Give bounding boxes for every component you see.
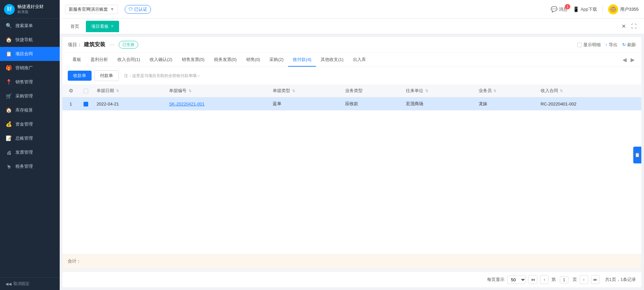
collection-bill-button[interactable]: 收款单 — [68, 71, 92, 81]
sub-tab-board-label: 看板 — [72, 57, 81, 62]
expand-button[interactable]: ⛶ — [629, 23, 639, 29]
avatar: 🐵 — [608, 4, 618, 14]
sub-tab-sales-invoice[interactable]: 销售发票(0) — [177, 53, 209, 67]
more-options-button[interactable]: ··· — [109, 42, 115, 48]
app-download-button[interactable]: 📱 App下载 — [573, 6, 597, 12]
side-action-button[interactable]: 📋 — [633, 147, 641, 163]
sub-tab-sales[interactable]: 销售(0) — [241, 53, 265, 67]
shield-icon: 🛡 — [128, 7, 133, 12]
doc-number-link[interactable]: SK-20220421-001 — [169, 101, 205, 106]
table-horizontal-scrollbar[interactable] — [62, 268, 641, 272]
tab-close-icon[interactable]: ✕ — [111, 24, 114, 28]
show-detail-label: 显示明细 — [583, 42, 601, 48]
sort-partner-icon[interactable]: ⇅ — [425, 89, 428, 93]
sidebar-item-quick[interactable]: 🏠 快捷导航 — [0, 33, 60, 47]
sidebar-item-inventory[interactable]: 🏠 库存核算 — [0, 103, 60, 117]
sub-tab-sales-label: 销售(0) — [246, 57, 260, 62]
sidebar-item-invoice[interactable]: 🖨 发票管理 — [0, 145, 60, 159]
first-page-button[interactable]: ⏮ — [529, 275, 537, 284]
show-detail-action[interactable]: 显示明细 — [577, 42, 601, 48]
sidebar-item-ledger[interactable]: 📝 总账管理 — [0, 131, 60, 145]
table-total-footer: 合计： — [62, 255, 641, 268]
sales-icon: 📍 — [5, 79, 12, 85]
sort-doc-type-icon[interactable]: ⇅ — [292, 89, 295, 93]
project-prefix: 项目： — [68, 42, 82, 47]
topbar: 新服务官网演示账套 ▼ 🛡 已认证 💬 消息 1 📱 App下载 🐵 用户335… — [60, 0, 644, 19]
per-page-select[interactable]: 50 100 200 — [507, 276, 526, 284]
sidebar-item-sales[interactable]: 📍 销售管理 — [0, 75, 60, 89]
th-salesperson-label: 业务员 — [479, 88, 492, 93]
project-selector-label: 新服务官网演示账套 — [69, 6, 108, 12]
row-checkbox[interactable] — [84, 102, 88, 106]
export-action[interactable]: ↑ 导出 — [605, 42, 618, 48]
th-doc-type: 单据类型 ⇅ — [269, 84, 341, 97]
message-button[interactable]: 💬 消息 1 — [551, 6, 568, 12]
prev-page-button[interactable]: ‹ — [540, 275, 549, 284]
certified-badge: 🛡 已认证 — [125, 5, 151, 14]
ledger-icon: 📝 — [5, 135, 12, 141]
td-date: 2022-04-21 — [93, 97, 165, 111]
last-page-button[interactable]: ⏭ — [591, 275, 600, 284]
sub-tab-purchase[interactable]: 采购(2) — [265, 53, 288, 67]
action-bar: 收款单 付款单 注：这里是与项目关联的全部收付款单哦～ — [62, 67, 641, 84]
pagination-total: 共1页，1条记录 — [605, 277, 636, 283]
close-window-button[interactable]: ✕ — [620, 23, 628, 29]
sub-tab-prev-btn[interactable]: ◀ — [621, 57, 628, 63]
sub-tab-board[interactable]: 看板 — [68, 53, 86, 67]
tab-home[interactable]: 首页 — [65, 21, 85, 32]
table-wrapper: ⚙ 单据日期 ⇅ 单据编号 ⇅ — [62, 84, 641, 255]
sort-number-icon[interactable]: ⇅ — [189, 89, 192, 93]
th-settings: ⚙ — [62, 84, 79, 97]
next-page-button[interactable]: › — [580, 275, 588, 284]
sub-tab-income-confirm[interactable]: 收入确认(2) — [145, 53, 177, 67]
table-settings-icon[interactable]: ⚙ — [69, 88, 73, 93]
app-name: 畅捷通好业财 — [17, 4, 44, 10]
sidebar-item-marketing[interactable]: 🎁 营销推广 — [0, 61, 60, 75]
sort-salesperson-icon[interactable]: ⇅ — [493, 89, 496, 93]
sidebar-item-tax[interactable]: 🖱 税务管理 — [0, 159, 60, 173]
page-number: 1 — [560, 276, 568, 283]
project-selector[interactable]: 新服务官网演示账套 ▼ — [65, 5, 118, 14]
th-number-label: 单据编号 — [169, 88, 186, 93]
inventory-icon: 🏠 — [5, 107, 12, 113]
app-edition: 标准版 — [17, 9, 44, 14]
page-prefix: 第 — [551, 277, 556, 283]
sidebar-item-purchase[interactable]: 🛒 采购管理 — [0, 89, 60, 103]
sidebar-item-finance[interactable]: 💰 资金管理 — [0, 117, 60, 131]
sort-income-contract-icon[interactable]: ⇅ — [560, 89, 563, 93]
page-suffix: 页 — [573, 277, 577, 283]
sub-tab-next-btn[interactable]: ▶ — [629, 57, 636, 63]
tax-icon: 🖱 — [5, 164, 12, 169]
user-menu[interactable]: 🐵 用户3355 — [608, 4, 639, 14]
show-detail-checkbox[interactable] — [577, 43, 582, 47]
sidebar-logo: 财 畅捷通好业财 标准版 — [0, 0, 60, 19]
refresh-action[interactable]: ↻ 刷新 — [622, 42, 636, 48]
table-row[interactable]: 1 2022-04-21 SK-20220421-001 蓝单 应收款 宏茂商场 — [62, 97, 641, 111]
sub-tab-profit[interactable]: 盈利分析 — [86, 53, 113, 67]
sub-tab-payment[interactable]: 收付款(4) — [288, 53, 316, 67]
th-salesperson: 业务员 ⇅ — [475, 84, 537, 97]
tab-project-board[interactable]: 项目看板 ✕ — [86, 21, 119, 32]
th-checkbox — [79, 84, 93, 97]
td-checkbox[interactable] — [79, 97, 93, 111]
sidebar-item-contract[interactable]: 📋 项目合同 — [0, 47, 60, 61]
sidebar-unpin[interactable]: ◀◀ 取消固定 — [0, 277, 60, 290]
payment-bill-button[interactable]: 付款单 — [94, 70, 119, 81]
sub-tab-other-expense[interactable]: 其他收支(1) — [316, 53, 348, 67]
sub-tab-in-out[interactable]: 出入库 — [348, 53, 371, 67]
sidebar-item-label: 营销推广 — [15, 65, 33, 71]
sort-date-icon[interactable]: ⇅ — [116, 89, 119, 93]
sub-tab-tax-invoice[interactable]: 税务发票(0) — [209, 53, 241, 67]
sub-tabs: 看板 盈利分析 收入合同(1) 收入确认(2) 销售发票(0) 税务发票(0) … — [62, 53, 641, 67]
sub-tab-income-contract[interactable]: 收入合同(1) — [113, 53, 145, 67]
select-all-checkbox[interactable] — [84, 89, 88, 93]
sidebar-item-search[interactable]: 🔍 搜索菜单 — [0, 19, 60, 33]
sidebar-footer-label: 取消固定 — [13, 281, 30, 287]
sub-tab-income-contract-label: 收入合同(1) — [117, 57, 140, 62]
sidebar-item-label: 库存核算 — [15, 107, 33, 113]
export-icon: ↑ — [605, 42, 608, 47]
th-partner-label: 往来单位 — [406, 88, 423, 93]
th-doc-type-label: 单据类型 — [273, 88, 290, 93]
project-header: 项目：建筑安装 ··· 已生效 显示明细 ↑ 导出 ↻ 刷新 — [62, 37, 641, 53]
app-download-label: App下载 — [581, 6, 597, 12]
